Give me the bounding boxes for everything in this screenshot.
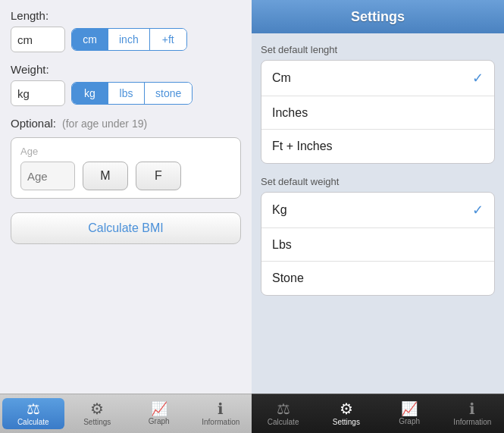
right-tab-graph[interactable]: 📈 Graph xyxy=(378,399,441,428)
length-options-list: Cm ✓ Inches Ft + Inches xyxy=(261,60,495,164)
right-tab-calculate-label: Calculate xyxy=(268,418,299,426)
settings-title: Settings xyxy=(351,9,405,25)
gender-m-btn[interactable]: M xyxy=(83,162,128,190)
settings-header: Settings xyxy=(252,0,504,33)
weight-group: Weight: kg lbs stone xyxy=(11,63,241,106)
info-icon: ℹ xyxy=(218,401,224,416)
weight-label: Weight: xyxy=(11,63,241,76)
right-tab-settings[interactable]: ⚙ Settings xyxy=(315,398,377,429)
age-input[interactable] xyxy=(20,162,75,190)
graph-icon: 📈 xyxy=(151,402,167,416)
length-cm-check: ✓ xyxy=(472,70,484,86)
weight-option-kg[interactable]: Kg ✓ xyxy=(261,193,494,228)
calculate-bmi-button[interactable]: Calculate BMI xyxy=(11,212,241,244)
section-weight-label: Set default weight xyxy=(261,176,495,187)
weight-kg-label: Kg xyxy=(272,203,287,217)
length-inch-btn[interactable]: inch xyxy=(108,29,150,50)
optional-row: Optional: (for age under 19) xyxy=(11,117,241,130)
weight-kg-btn[interactable]: kg xyxy=(72,83,108,104)
settings-icon: ⚙ xyxy=(90,401,104,416)
length-option-cm[interactable]: Cm ✓ xyxy=(261,61,494,96)
right-tab-information-label: Information xyxy=(453,418,491,426)
weight-segment: kg lbs stone xyxy=(71,82,193,105)
weight-input[interactable] xyxy=(11,80,65,106)
weight-lbs-btn[interactable]: lbs xyxy=(108,83,145,104)
optional-box: Age M F xyxy=(11,137,241,199)
left-panel: Length: cm inch +ft Weight: kg lbs stone xyxy=(0,0,252,433)
tab-settings[interactable]: ⚙ Settings xyxy=(67,398,129,429)
optional-label: Optional: xyxy=(11,117,56,130)
main-content: Length: cm inch +ft Weight: kg lbs stone xyxy=(0,0,252,394)
weight-stone-btn[interactable]: stone xyxy=(145,83,192,104)
length-row: cm inch +ft xyxy=(11,27,241,52)
length-option-inches[interactable]: Inches xyxy=(261,96,494,130)
length-option-ft-inches[interactable]: Ft + Inches xyxy=(261,130,494,163)
right-tab-settings-label: Settings xyxy=(333,418,360,426)
age-label: Age xyxy=(20,146,231,157)
right-settings-icon: ⚙ xyxy=(340,401,353,416)
length-ft-label: Ft + Inches xyxy=(272,140,333,153)
tab-settings-label: Settings xyxy=(83,418,111,426)
right-tab-calculate[interactable]: ⚖ Calculate xyxy=(252,398,315,429)
tab-graph-label: Graph xyxy=(149,417,170,425)
left-tab-bar: ⚖ Calculate ⚙ Settings 📈 Graph ℹ Informa… xyxy=(0,394,252,433)
settings-content: Set default lenght Cm ✓ Inches Ft + Inch… xyxy=(252,33,504,394)
optional-row2: M F xyxy=(20,162,231,190)
length-cm-label: Cm xyxy=(272,71,291,85)
length-group: Length: cm inch +ft xyxy=(11,9,241,52)
gender-f-btn[interactable]: F xyxy=(136,162,181,190)
tab-information[interactable]: ℹ Information xyxy=(190,398,252,429)
section-length-label: Set default lenght xyxy=(261,44,495,55)
tab-graph[interactable]: 📈 Graph xyxy=(128,399,190,428)
right-tab-graph-label: Graph xyxy=(399,417,420,425)
tab-information-label: Information xyxy=(202,418,239,426)
tab-calculate[interactable]: ⚖ Calculate xyxy=(2,398,64,429)
weight-options-list: Kg ✓ Lbs Stone xyxy=(261,192,495,296)
length-segment: cm inch +ft xyxy=(71,28,187,51)
weight-option-stone[interactable]: Stone xyxy=(261,262,494,295)
right-calculate-icon: ⚖ xyxy=(277,401,290,416)
length-ft-btn[interactable]: +ft xyxy=(150,29,186,50)
right-tab-bar: ⚖ Calculate ⚙ Settings 📈 Graph ℹ Informa… xyxy=(252,394,504,433)
length-cm-btn[interactable]: cm xyxy=(72,29,108,50)
right-tab-information[interactable]: ℹ Information xyxy=(441,398,504,429)
tab-calculate-label: Calculate xyxy=(17,418,49,426)
right-info-icon: ℹ xyxy=(469,401,475,416)
weight-row: kg lbs stone xyxy=(11,80,241,106)
optional-sub: (for age under 19) xyxy=(62,118,147,130)
right-graph-icon: 📈 xyxy=(401,402,418,416)
weight-stone-label: Stone xyxy=(272,271,304,285)
length-inches-label: Inches xyxy=(272,106,308,120)
right-panel: Settings Set default lenght Cm ✓ Inches … xyxy=(252,0,504,433)
weight-lbs-label: Lbs xyxy=(272,238,292,252)
calculate-icon: ⚖ xyxy=(27,401,40,416)
weight-kg-check: ✓ xyxy=(472,202,484,218)
length-label: Length: xyxy=(11,9,241,22)
weight-option-lbs[interactable]: Lbs xyxy=(261,228,494,262)
length-input[interactable] xyxy=(11,27,65,52)
